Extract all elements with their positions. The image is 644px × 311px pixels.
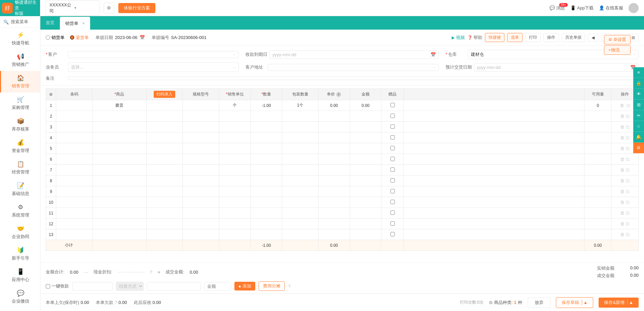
copy-icon[interactable]: ⊡ [626,178,630,183]
th-scan[interactable]: 扫码录入 [146,89,183,100]
delete-icon[interactable]: 🗑 [620,157,624,162]
copy-icon[interactable]: ⊡ [626,146,630,151]
abandon-btn[interactable]: 放弃 [528,297,551,308]
product-kind-radio[interactable]: ⊙ [489,300,493,305]
sidebar-item-basics[interactable]: 📝 基础信息 [0,179,40,200]
app-download-button[interactable]: 📱 App下载 [570,5,594,11]
settings-button[interactable]: ⚙ [104,3,114,13]
row-unit[interactable]: 个 [219,100,251,111]
sidebar-item-system[interactable]: ⚙ 系统管理 [0,200,40,222]
delete-icon[interactable]: 🗑 [620,135,624,140]
history-btn[interactable]: 历史单据 [562,33,585,42]
return-order-radio[interactable]: 退货单 [70,35,89,41]
calendar-icon[interactable]: 📅 [140,35,145,40]
copy-icon[interactable]: ⊡ [626,210,630,216]
tab-home[interactable]: 首页 [40,16,60,30]
sidebar-item-sales[interactable]: 🏠 销售管理 [0,71,40,92]
select-btn[interactable]: 选单 [507,33,523,42]
tab-close-icon[interactable]: × [82,21,85,26]
sidebar-item-enterprise[interactable]: 🤝 企业协同 [0,222,40,243]
delete-icon[interactable]: 🗑 [620,167,624,172]
row-gift[interactable] [381,100,404,111]
sidebar-item-finance[interactable]: 💰 资金管理 [0,135,40,157]
sidebar-item-inventory[interactable]: 📦 库存核算 [0,114,40,135]
delete-icon[interactable]: 🗑 [620,232,624,237]
save-draft-dropdown-icon[interactable]: ▲ [582,300,588,305]
save-new-dropdown-icon[interactable]: ▲ [627,300,633,305]
copy-icon[interactable]: ⊡ [626,221,630,226]
float-btn-6[interactable]: ☆ [633,121,644,132]
row-pack-qty[interactable]: 1个 [282,100,318,111]
operate-btn[interactable]: 操作 [543,33,559,42]
message-button[interactable]: 💬 消息 99+ [550,5,565,11]
th-settings[interactable]: ⚙ [46,89,56,100]
sidebar-item-wechat[interactable]: 💬 企业微信 [0,286,40,308]
save-draft-btn[interactable]: 保存草稿 ▲ [556,297,594,308]
copy-icon[interactable]: ⊡ [626,167,630,172]
float-btn-2[interactable]: 🔒 [633,78,644,89]
row-product[interactable]: 拨贡 [92,100,146,111]
delete-icon[interactable]: 🗑 [620,221,624,226]
copy-icon[interactable]: ⊡ [626,232,630,237]
delete-icon[interactable]: 🗑 [620,124,624,129]
copy-icon[interactable]: ⊡ [626,189,630,194]
sidebar-item-quick-nav[interactable]: ⚡ 快捷导航 [0,28,40,49]
online-service-button[interactable]: 👤 在线客服 [599,5,623,11]
payment-method-input[interactable] [72,282,113,290]
user-avatar[interactable] [629,3,639,13]
delete-icon[interactable]: 🗑 [620,146,624,151]
copy-icon[interactable]: ⊡ [626,124,630,129]
customer-address-input[interactable]: ··· [268,64,439,71]
row-amount[interactable]: 0.00 [350,100,381,111]
copy-icon[interactable]: ⊡ [626,200,630,205]
float-btn-5[interactable]: ✏ [633,110,644,121]
print-btn[interactable]: 打印 [525,33,541,42]
sidebar-item-appstore[interactable]: 📱 应用中心 [0,265,40,286]
shortcut-btn[interactable]: 快捷键 [485,33,504,42]
expense-btn[interactable]: 费用分摊 [259,281,285,291]
delete-icon[interactable]: 🗑 [620,200,624,205]
tab-sales-order[interactable]: 销货单 × [60,17,90,30]
account-input[interactable] [147,282,201,290]
customer-more-icon[interactable]: ··· [233,53,236,56]
float-btn-8[interactable]: ⚙ [633,143,644,153]
discount-value[interactable] [118,272,145,272]
settings-config-btn[interactable]: ⚙ ⚙设置 [604,35,631,44]
save-new-btn[interactable]: 保存&新增 ▲ [599,298,639,308]
remark-input[interactable] [68,77,639,80]
experience-button[interactable]: 体验行业方案 [118,3,155,13]
delete-icon[interactable]: 🗑 [620,210,624,216]
help-btn[interactable]: ❓ 帮助 [467,35,482,41]
sidebar-item-member[interactable]: V 畅会员 [0,308,40,311]
sidebar-item-purchase[interactable]: 🛒 采购管理 [0,92,40,114]
due-date-input[interactable]: yyyy-mm-dd 📅 [269,50,439,59]
float-btn-1[interactable]: ≡ [633,67,644,78]
delete-icon[interactable]: 🗑 [620,114,624,119]
salesperson-more-icon[interactable]: ··· [233,66,236,69]
warehouse-more-icon[interactable]: ··· [633,53,636,56]
due-date-calendar-icon[interactable]: 📅 [430,52,436,57]
expected-date-input[interactable]: yyyy-mm-dd 📅 [474,63,639,72]
float-btn-7[interactable]: 🔔 [633,132,644,143]
sidebar-search[interactable]: 🔍 搜索菜单 [0,16,40,28]
one-click-payment[interactable]: 一键收款 [46,283,69,289]
video-btn[interactable]: ▶ 视频 [452,35,464,41]
customer-input[interactable]: ··· [68,51,239,58]
row-price[interactable]: 0.00 [318,100,350,111]
scan-button[interactable]: 扫码录入 [154,91,175,98]
delete-icon[interactable]: 🗑 [620,189,624,194]
sidebar-item-operations[interactable]: 📋 经营管理 [0,157,40,179]
copy-icon[interactable]: ⊡ [626,114,630,119]
copy-icon[interactable]: ⊡ [626,135,630,140]
payment-method-select[interactable]: 结算方式 [116,282,144,291]
sales-order-radio[interactable]: 销货单 [46,35,65,41]
logistics-btn[interactable]: +物流 [604,45,631,55]
question-icon[interactable]: ? [150,270,152,275]
payment-help-icon[interactable]: ? [288,284,291,289]
copy-icon[interactable]: ⊡ [627,103,630,108]
amount-input[interactable] [204,282,231,290]
add-payment-btn[interactable]: ● 添加 [234,282,255,290]
delete-icon[interactable]: 🗑 [620,103,624,108]
row-barcode[interactable] [56,100,92,111]
delete-icon[interactable]: 🗑 [620,178,624,183]
